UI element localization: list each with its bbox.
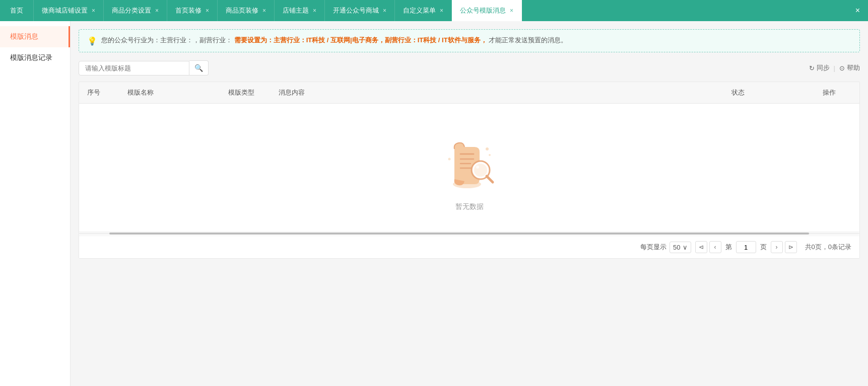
prev-page-icon: ‹ — [714, 244, 716, 251]
next-page-button[interactable]: › — [771, 241, 783, 253]
tab-category-close[interactable]: × — [155, 7, 159, 14]
th-type: 模版类型 — [220, 82, 271, 103]
empty-illustration — [439, 134, 500, 194]
tab-home-label: 首页 — [10, 6, 23, 15]
pagination-nav: ⊲ ‹ 第 页 › ⊳ — [695, 241, 797, 253]
empty-text: 暂无数据 — [455, 202, 484, 211]
tab-template-msg-close[interactable]: × — [510, 7, 513, 14]
th-name: 模版名称 — [119, 82, 220, 103]
svg-point-6 — [474, 164, 487, 177]
divider: | — [834, 64, 835, 72]
data-table: 序号 模版名称 模版类型 消息内容 状态 操作 — [79, 82, 860, 259]
sync-button[interactable]: ↻ 同步 — [809, 63, 830, 72]
notice-text: 您的公众号行业为：主营行业：，副营行业： 需要设置为：主营行业：IT科技 / 互… — [101, 36, 567, 45]
tab-template-msg[interactable]: 公众号模版消息 × — [452, 0, 522, 21]
tab-category[interactable]: 商品分类设置 × — [104, 0, 167, 21]
tab-custom-menu[interactable]: 自定义菜单 × — [395, 0, 452, 21]
svg-point-9 — [486, 147, 489, 150]
tab-custom-menu-close[interactable]: × — [440, 7, 443, 14]
top-navigation: 首页 微商城店铺设置 × 商品分类设置 × 首页装修 × 商品页装修 × 店铺主… — [0, 0, 868, 21]
per-page-wrap: 每页显示 50 ∨ — [640, 242, 691, 253]
th-action: 操作 — [799, 82, 859, 103]
last-page-button[interactable]: ⊳ — [785, 241, 797, 253]
page-unit: 页 — [760, 243, 767, 252]
tab-product-deco-close[interactable]: × — [262, 7, 266, 14]
tab-open-mall[interactable]: 开通公众号商城 × — [325, 0, 395, 21]
sidebar-item-template-msg[interactable]: 模版消息 — [0, 26, 70, 47]
tab-open-mall-close[interactable]: × — [383, 7, 386, 14]
search-button[interactable]: 🔍 — [189, 60, 209, 75]
main-layout: 模版消息 模版消息记录 💡 您的公众号行业为：主营行业：，副营行业： 需要设置为… — [0, 21, 868, 386]
tab-template-msg-label: 公众号模版消息 — [460, 6, 506, 15]
last-page-icon: ⊳ — [788, 244, 793, 251]
pagination: 每页显示 50 ∨ ⊲ ‹ 第 页 — [79, 236, 859, 258]
per-page-select[interactable]: 50 ∨ — [670, 242, 691, 253]
tab-wechat-shop-close[interactable]: × — [92, 7, 95, 14]
empty-state: 暂无数据 — [79, 104, 859, 231]
main-content: 💡 您的公众号行业为：主营行业：，副营行业： 需要设置为：主营行业：IT科技 /… — [71, 21, 868, 386]
search-bar-right: ↻ 同步 | ⊙ 帮助 — [809, 63, 860, 72]
tab-custom-menu-label: 自定义菜单 — [403, 6, 436, 15]
notice-box: 💡 您的公众号行业为：主营行业：，副营行业： 需要设置为：主营行业：IT科技 /… — [79, 29, 860, 52]
svg-line-7 — [487, 176, 493, 182]
scrollbar-area — [79, 231, 859, 236]
page-label: 第 — [725, 243, 732, 252]
search-bar: 🔍 ↻ 同步 | ⊙ 帮助 — [79, 60, 860, 75]
svg-point-8 — [476, 166, 479, 169]
per-page-label: 每页显示 — [640, 243, 666, 252]
search-icon: 🔍 — [194, 64, 203, 72]
tab-store-theme-label: 店铺主题 — [283, 6, 309, 15]
tab-home-deco[interactable]: 首页装修 × — [167, 0, 218, 21]
help-button[interactable]: ⊙ 帮助 — [839, 63, 860, 72]
tab-product-deco-label: 商品页装修 — [226, 6, 258, 15]
first-page-icon: ⊲ — [699, 244, 704, 251]
tab-home[interactable]: 首页 — [0, 0, 34, 21]
first-page-button[interactable]: ⊲ — [695, 241, 707, 253]
tab-store-theme[interactable]: 店铺主题 × — [275, 0, 325, 21]
page-input[interactable] — [736, 241, 756, 253]
next-page-icon: › — [776, 244, 778, 251]
tab-home-deco-label: 首页装修 — [175, 6, 202, 15]
search-input[interactable] — [79, 61, 189, 75]
sync-icon: ↻ — [809, 64, 815, 72]
tab-home-deco-close[interactable]: × — [206, 7, 209, 14]
sidebar: 模版消息 模版消息记录 — [0, 21, 71, 386]
prev-page-button[interactable]: ‹ — [709, 241, 721, 253]
tab-wechat-shop[interactable]: 微商城店铺设置 × — [34, 0, 104, 21]
tab-product-deco[interactable]: 商品页装修 × — [218, 0, 275, 21]
tab-open-mall-label: 开通公众号商城 — [333, 6, 379, 15]
tab-wechat-shop-label: 微商城店铺设置 — [42, 6, 88, 15]
svg-point-11 — [448, 158, 450, 161]
svg-point-10 — [489, 154, 491, 156]
th-status: 状态 — [723, 82, 799, 103]
dropdown-icon: ∨ — [683, 244, 688, 251]
sidebar-item-template-msg-record[interactable]: 模版消息记录 — [0, 47, 70, 68]
table-header: 序号 模版名称 模版类型 消息内容 状态 操作 — [79, 82, 859, 104]
close-all-button[interactable]: × — [847, 6, 868, 15]
search-bar-left: 🔍 — [79, 60, 209, 75]
help-icon: ⊙ — [839, 64, 845, 72]
page-total: 共0页，0条记录 — [805, 243, 851, 252]
th-index: 序号 — [79, 82, 119, 103]
tab-store-theme-close[interactable]: × — [313, 7, 316, 14]
notice-icon: 💡 — [87, 36, 97, 46]
tab-category-label: 商品分类设置 — [112, 6, 151, 15]
th-content: 消息内容 — [271, 82, 723, 103]
